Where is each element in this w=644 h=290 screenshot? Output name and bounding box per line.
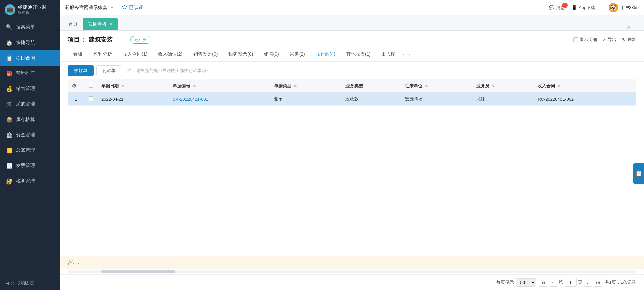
search-icon: 🔍 [6,24,13,30]
table-body: 1 2022-04-21 SK-20220421-001 蓝单 应收款 宏茂商场… [68,93,636,106]
cell-income-contract: RC-20220401-002 [534,93,636,106]
subtab-income-confirm[interactable]: 收入确认(2) [153,47,188,62]
page-number-input[interactable] [565,278,577,287]
sidebar-item-fund-mgmt[interactable]: 🏦 资金管理 [0,127,60,143]
table-header: ⚙ 单据日期 ⇅ 单据编号 ⇅ [68,79,636,93]
tab-project-kanban[interactable]: 项目看板 ✕ [83,18,118,30]
subtab-prev-arrow[interactable]: ‹ [401,49,407,60]
pager: ⏮ ‹ 第 页 › ⏭ [539,278,602,287]
sort-icon: ⇅ [193,84,196,88]
th-type[interactable]: 单据类型 ⇅ [270,79,341,93]
receipt-number-link[interactable]: SK-20220421-001 [173,97,208,102]
first-page-button[interactable]: ⏮ [539,278,547,287]
per-page-label: 每页显示 [496,279,514,285]
topbar: 新服务官网演示账套 ▼ 🛡 已认证 💬 消息 1 📱 App下载 🐼 用户335… [60,0,644,15]
user-button[interactable]: 🐼 用户3355 [609,3,639,12]
sidebar-item-inventory[interactable]: 📦 库存核算 [0,112,60,127]
sidebar-item-label: 采购管理 [16,101,35,107]
th-salesman[interactable]: 业务员 ⇅ [472,79,534,93]
home-icon: 🏠 [6,39,13,46]
subtab-stock-move[interactable]: 出入库 [376,47,401,62]
sidebar-item-sales-mgmt[interactable]: 💰 销售管理 [0,81,60,96]
subtab-purchase[interactable]: 采购(2) [284,47,310,62]
next-page-button[interactable]: › [584,278,592,287]
show-detail-checkbox[interactable]: 显示明细 [573,37,597,43]
receipt-list-button[interactable]: 收款单 [68,65,94,76]
row-checkbox[interactable] [89,96,93,101]
th-income-contract[interactable]: 收入合同 ⇅ [534,79,636,93]
side-float-icon: 📋 [635,170,642,177]
refresh-icon: ↻ [622,37,626,42]
message-button[interactable]: 💬 消息 1 [549,5,565,11]
subtab-kanban[interactable]: 看板 [68,47,88,62]
cell-type: 蓝单 [270,93,341,106]
sidebar-item-quick-nav[interactable]: 🏠 快捷导航 [0,35,60,50]
sort-icon: ⇅ [492,84,495,88]
cell-idx: 1 [68,93,85,106]
cell-biz-type: 应收款 [341,93,401,106]
subtab-income-contract[interactable]: 收入合同(1) [117,47,153,62]
settings-icon[interactable]: ⚙ [72,83,76,89]
subtab-other-expense[interactable]: 其他收支(1) [341,47,376,62]
last-page-button[interactable]: ⏭ [594,278,602,287]
subtab-sales-invoice[interactable]: 销售发票(0) [188,47,223,62]
project-status-badge: 已生效 [130,36,151,44]
pagination: 每页显示 50 20 100 ⏮ ‹ 第 页 [60,274,644,290]
th-number[interactable]: 单据编号 ⇅ [169,79,270,93]
window-maximize-button[interactable]: ⛶ [633,24,639,30]
first-icon: ⏮ [541,280,545,285]
subtab-tax-invoice[interactable]: 税务发票(0) [223,47,258,62]
tabbar-actions: ✕ ⛶ [626,24,639,30]
sidebar-item-marketing[interactable]: 🎁 营销推广 [0,66,60,81]
tab-label: 项目看板 [88,21,107,27]
per-page-select[interactable]: 50 20 100 [516,278,536,287]
page-input-wrap: 第 页 [559,278,582,287]
per-page: 每页显示 50 20 100 [496,278,536,287]
app-download-button[interactable]: 📱 App下载 [572,5,595,11]
sidebar-item-label: 快捷导航 [16,40,35,46]
last-icon: ⏭ [596,280,600,285]
subtab-profit[interactable]: 盈利分析 [88,47,117,62]
subtab-receipt[interactable]: 收付款(4) [310,47,341,62]
tax-icon: 🔐 [6,178,13,185]
tab-home[interactable]: 首页 [65,18,81,30]
subtab-sales[interactable]: 销售(0) [259,47,284,62]
export-button[interactable]: ↗ 导出 [602,37,616,43]
project-more-button[interactable]: ··· [118,36,125,43]
sidebar-item-invoice-mgmt[interactable]: 🧾 发票管理 [0,158,60,173]
refresh-button[interactable]: ↻ 刷新 [622,37,636,43]
window-close-button[interactable]: ✕ [626,24,631,30]
sidebar-item-label: 总账管理 [16,147,35,153]
subtab-next-arrow[interactable]: › [407,49,412,60]
total-label: 合计： [68,260,81,266]
refresh-label: 刷新 [627,37,636,43]
project-name: 建筑安装 [89,35,113,44]
prev-page-button[interactable]: ‹ [549,278,557,287]
scroll-thumb[interactable] [101,270,175,273]
th-settings[interactable]: ⚙ [68,79,85,93]
show-detail-label: 显示明细 [580,37,597,43]
sidebar-item-ledger-mgmt[interactable]: 📒 总账管理 [0,143,60,158]
header-checkbox[interactable] [89,83,93,88]
payment-list-button[interactable]: 付款单 [96,65,122,76]
sidebar-item-label: 库存核算 [16,117,35,123]
topbar-divider [602,4,602,11]
sidebar-item-label: 资金管理 [16,132,35,138]
th-partner[interactable]: 往来单位 ⇅ [401,79,472,93]
cell-date: 2022-04-21 [97,93,169,106]
sort-icon: ⇅ [558,84,560,88]
sidebar-item-label: 搜索菜单 [16,24,35,30]
sidebar-item-purchase-mgmt[interactable]: 🛒 采购管理 [0,96,60,112]
gift-icon: 🎁 [6,70,13,77]
sidebar-item-project-contract[interactable]: 📋 项目合同 [0,50,60,66]
sidebar-item-tax-mgmt[interactable]: 🔐 税务管理 [0,173,60,189]
phone-icon: 📱 [572,5,577,10]
side-float-button[interactable]: 📋 [633,163,644,184]
unpin-button[interactable]: ◀ ◎ 取消固定 [0,276,60,290]
table-wrap: ⚙ 单据日期 ⇅ 单据编号 ⇅ [60,79,644,256]
topbar-project-arrow[interactable]: ▼ [110,5,114,10]
sidebar-item-label: 发票管理 [16,163,35,169]
sidebar-item-search[interactable]: 🔍 搜索菜单 [0,19,60,35]
th-date[interactable]: 单据日期 ⇅ [97,79,169,93]
tab-close-icon[interactable]: ✕ [109,22,113,27]
